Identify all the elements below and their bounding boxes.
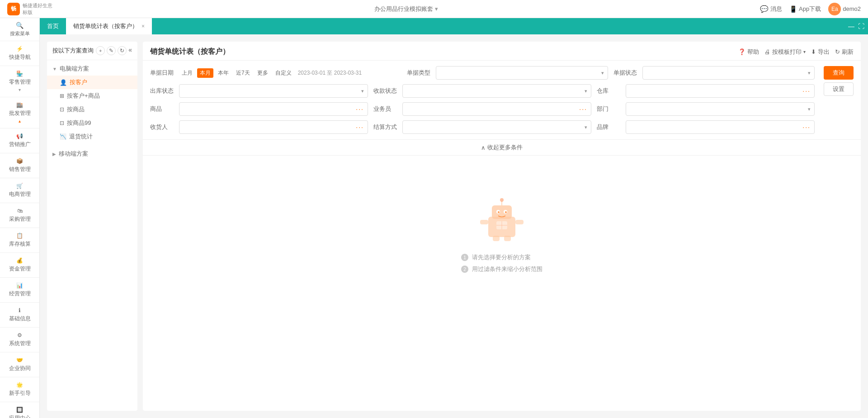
- date-quick-buttons: 上月 本月 本年 近7天 更多 自定义: [179, 68, 294, 78]
- svg-point-7: [500, 198, 504, 202]
- top-header: 畅 畅捷通好生意 标版 办公用品行业模拟账套 ▾ 💬 消息 📱 App下载 Ea…: [0, 0, 868, 18]
- sidebar-item-ecommerce[interactable]: 🛒 电商管理: [0, 178, 39, 203]
- mobile-scheme-group: ▶ 移动端方案: [47, 145, 137, 162]
- customer-icon: 👤: [60, 79, 67, 86]
- page-actions: ❓ 帮助 🖨 按模板打印 ▾ ⬇ 导出 ↻ 刷新: [738, 48, 854, 56]
- svg-point-4: [498, 211, 500, 213]
- filter-row-2: 出库状态 ▾ 收款状态 ▾: [150, 84, 815, 98]
- template-print-button[interactable]: 🖨 按模板打印 ▾: [764, 48, 806, 56]
- query-button[interactable]: 查询: [824, 66, 854, 80]
- filter-warehouse: 仓库 ···: [597, 84, 815, 98]
- setting-button[interactable]: 设置: [824, 82, 854, 96]
- sidebar-item-wholesale[interactable]: 🏬 批发管理 ▴: [0, 97, 39, 128]
- scheme-by-customer[interactable]: 👤 按客户: [47, 76, 137, 89]
- warehouse-input[interactable]: ···: [626, 84, 815, 98]
- fullscreen-icon[interactable]: ⛶: [858, 23, 864, 30]
- sidebar: 🔍 搜索菜单 ⚡ 快捷导航 🏪 零售管理 ▾ 🏬 批发管理 ▴ 📢 营销推广 📦…: [0, 18, 40, 418]
- sidebar-item-purchase[interactable]: 🛍 采购管理: [0, 203, 39, 228]
- filter-salesperson: 业务员 ···: [373, 102, 591, 116]
- doctype-select[interactable]: ▾: [436, 66, 608, 80]
- scheme-header: 按以下方案查询 + ✎ ↻ «: [47, 42, 137, 60]
- sidebar-item-finance[interactable]: 💰 资金管理: [0, 253, 39, 278]
- app-download-button[interactable]: 📱 App下载: [789, 5, 821, 13]
- warehouse-label: 仓库: [597, 87, 622, 95]
- export-button[interactable]: ⬇ 导出: [811, 48, 830, 56]
- help-icon: ❓: [738, 48, 745, 55]
- docstatus-label: 单据状态: [613, 69, 639, 77]
- apps-icon: 🔲: [16, 407, 23, 413]
- sidebar-item-marketing[interactable]: 📢 营销推广: [0, 128, 39, 153]
- sidebar-item-operation[interactable]: 📊 经营管理: [0, 278, 39, 303]
- scheme-by-customer-goods[interactable]: ⊞ 按客户+商品: [47, 89, 137, 103]
- outstatus-label: 出库状态: [150, 87, 175, 95]
- sidebar-item-system[interactable]: ⚙ 系统管理: [0, 328, 39, 352]
- salesperson-input[interactable]: ···: [402, 102, 591, 116]
- tab-bar-right: — ⛶: [848, 23, 868, 30]
- collapse-scheme-button[interactable]: «: [128, 46, 132, 55]
- docstatus-select[interactable]: ▾: [642, 66, 815, 80]
- logo-text: 畅捷通好生意 标版: [23, 2, 52, 15]
- message-icon: 💬: [760, 5, 769, 13]
- purchase-icon: 🛍: [17, 208, 23, 214]
- message-button[interactable]: 💬 消息: [760, 5, 782, 13]
- filter-rows: 单据日期 上月 本月 本年 近7天 更多 自定义 20: [150, 66, 815, 134]
- scheme-return-stat[interactable]: 📉 退货统计: [47, 130, 137, 143]
- scheme-by-goods-99[interactable]: ⊡ 按商品99: [47, 116, 137, 130]
- refresh-button[interactable]: ↻ 刷新: [835, 48, 854, 56]
- sidebar-item-quicknav[interactable]: ⚡ 快捷导航: [0, 41, 39, 66]
- receiptstatus-select[interactable]: ▾: [402, 84, 591, 98]
- last-month-button[interactable]: 上月: [179, 68, 195, 78]
- help-button[interactable]: ❓ 帮助: [738, 48, 759, 56]
- scheme-by-goods[interactable]: ⊡ 按商品: [47, 103, 137, 116]
- outstatus-select[interactable]: ▾: [179, 84, 368, 98]
- sidebar-item-inventory[interactable]: 📋 库存核算: [0, 228, 39, 253]
- sidebar-search[interactable]: 🔍 搜索菜单: [0, 18, 39, 41]
- filter-row-1: 单据日期 上月 本月 本年 近7天 更多 自定义 20: [150, 66, 815, 80]
- tab-sales-stat[interactable]: 销货单统计表（按客户） ×: [66, 18, 152, 34]
- inventory-icon: 📋: [16, 233, 23, 239]
- collapse-conditions-button[interactable]: ∧ 收起更多条件: [143, 140, 861, 156]
- svg-rect-9: [515, 220, 524, 224]
- brand-input[interactable]: ···: [626, 120, 815, 134]
- filter-receiptstatus: 收款状态 ▾: [373, 84, 591, 98]
- header-right: 💬 消息 📱 App下载 Ea demo2: [760, 3, 861, 15]
- sidebar-item-sales[interactable]: 📦 销售管理: [0, 153, 39, 178]
- sidebar-item-basic[interactable]: ℹ 基础信息: [0, 303, 39, 328]
- mobile-group-arrow-icon: ▶: [52, 152, 56, 157]
- user-profile-button[interactable]: Ea demo2: [828, 3, 861, 15]
- settlement-select[interactable]: ▾: [402, 120, 591, 134]
- sidebar-item-apps[interactable]: 🔲 应用中心: [0, 402, 39, 418]
- minimize-icon[interactable]: —: [848, 23, 854, 30]
- brand-dots-icon: ···: [802, 124, 811, 131]
- empty-tip-1: 1 请先选择要分析的方案: [461, 253, 542, 261]
- this-year-button[interactable]: 本年: [215, 68, 231, 78]
- refresh-scheme-button[interactable]: ↻: [118, 46, 127, 55]
- consignee-input[interactable]: ···: [179, 120, 368, 134]
- content-panel: 销货单统计表（按客户） ❓ 帮助 🖨 按模板打印 ▾ ⬇ 导出 ↻ 刷新: [143, 42, 861, 411]
- tab-bar: 首页 销货单统计表（按客户） × — ⛶: [40, 18, 868, 34]
- tab-close-icon[interactable]: ×: [142, 23, 145, 29]
- department-label: 部门: [597, 105, 622, 113]
- dropdown-arrow-icon[interactable]: ▾: [435, 5, 438, 12]
- department-dropdown-icon: ▾: [808, 106, 811, 112]
- search-icon: 🔍: [16, 22, 24, 29]
- custom-date-button[interactable]: 自定义: [273, 68, 294, 78]
- sidebar-item-retail[interactable]: 🏪 零售管理 ▾: [0, 66, 39, 97]
- this-month-button[interactable]: 本月: [197, 68, 213, 78]
- last7days-button[interactable]: 近7天: [233, 68, 253, 78]
- consignee-label: 收货人: [150, 123, 175, 131]
- department-select[interactable]: ▾: [626, 102, 815, 116]
- tip-num-1: 1: [461, 254, 468, 261]
- more-date-button[interactable]: 更多: [255, 68, 271, 78]
- filter-outstatus: 出库状态 ▾: [150, 84, 368, 98]
- add-scheme-button[interactable]: +: [96, 46, 105, 55]
- main-content: 按以下方案查询 + ✎ ↻ « ▼ 电脑端方案: [40, 34, 868, 418]
- sidebar-item-newbie[interactable]: 🌟 新手引导: [0, 377, 39, 402]
- sidebar-item-cooperation[interactable]: 🤝 企业协同: [0, 352, 39, 377]
- edit-scheme-button[interactable]: ✎: [107, 46, 116, 55]
- desktop-group-header[interactable]: ▼ 电脑端方案: [47, 62, 137, 76]
- goods-input[interactable]: ···: [179, 102, 368, 116]
- tab-home[interactable]: 首页: [40, 18, 66, 34]
- mobile-group-header[interactable]: ▶ 移动端方案: [47, 147, 137, 161]
- finance-icon: 💰: [16, 257, 23, 264]
